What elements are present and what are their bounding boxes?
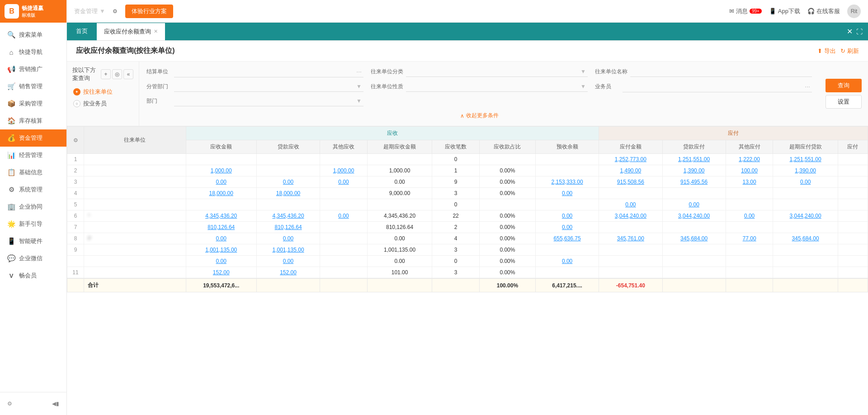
table-cell[interactable] bbox=[773, 267, 838, 279]
tab-ar-ap[interactable]: 应收应付余额查询 ✕ bbox=[97, 23, 165, 40]
table-cell[interactable] bbox=[662, 267, 726, 279]
table-cell[interactable]: 0.00 bbox=[535, 188, 599, 199]
table-cell[interactable]: 13.00 bbox=[726, 176, 773, 188]
table-cell[interactable]: 1,251,551.00 bbox=[662, 154, 726, 165]
table-cell[interactable]: 152.00 bbox=[256, 267, 320, 279]
table-cell[interactable]: 0.00 bbox=[535, 222, 599, 233]
tab-home[interactable]: 首页 bbox=[67, 23, 97, 41]
table-cell[interactable]: 0.00 bbox=[256, 256, 320, 267]
table-cell[interactable]: 0.00 bbox=[256, 176, 320, 188]
settlement-unit-input[interactable]: ··· bbox=[174, 66, 363, 77]
footer-ar-amount[interactable]: 19,553,472,6... bbox=[186, 278, 256, 292]
filter-target-btn[interactable]: ◎ bbox=[112, 69, 122, 79]
sidebar-settings[interactable]: ⚙ ◀▮ bbox=[0, 397, 66, 410]
table-cell[interactable] bbox=[535, 267, 599, 279]
table-cell[interactable]: 655,636.75 bbox=[535, 233, 599, 244]
sidebar-item-wechat[interactable]: 💬 企业微信 bbox=[0, 250, 66, 267]
messages-button[interactable]: ✉ 消息 99+ bbox=[729, 7, 762, 15]
table-cell[interactable] bbox=[320, 222, 368, 233]
table-cell[interactable]: 0.00 bbox=[773, 176, 838, 188]
table-cell[interactable] bbox=[726, 199, 773, 210]
table-cell[interactable]: 0.00 bbox=[599, 199, 662, 210]
table-cell[interactable] bbox=[320, 199, 368, 210]
table-cell[interactable]: 1,001,135.00 bbox=[256, 244, 320, 256]
query-mode-by-partner[interactable]: ✦ 按往来单位 bbox=[72, 86, 133, 98]
table-cell[interactable]: 1,001,135.00 bbox=[186, 244, 256, 256]
query-mode-by-staff[interactable]: ○ 按业务员 bbox=[72, 98, 133, 110]
table-cell[interactable] bbox=[535, 244, 599, 256]
table-cell[interactable] bbox=[773, 244, 838, 256]
sidebar-item-vip[interactable]: V 畅会员 bbox=[0, 267, 66, 284]
table-cell[interactable]: 4,345,436.20 bbox=[186, 210, 256, 222]
table-cell[interactable]: 1,490.00 bbox=[599, 165, 662, 176]
table-cell[interactable]: 0.00 bbox=[535, 256, 599, 267]
table-cell[interactable]: 3,044,240.00 bbox=[662, 210, 726, 222]
sidebar-item-enterprise[interactable]: 🏢 企业协同 bbox=[0, 198, 66, 215]
table-cell[interactable] bbox=[320, 188, 368, 199]
table-cell[interactable]: 100.00 bbox=[726, 165, 773, 176]
table-cell[interactable]: 810,126.64 bbox=[186, 222, 256, 233]
tab-close-window-icon[interactable]: ✕ bbox=[847, 27, 853, 36]
table-cell[interactable]: 1,000.00 bbox=[186, 165, 256, 176]
table-cell[interactable]: 0.00 bbox=[186, 256, 256, 267]
table-cell[interactable] bbox=[662, 222, 726, 233]
table-cell[interactable]: 0.00 bbox=[320, 210, 368, 222]
table-cell[interactable] bbox=[599, 256, 662, 267]
sidebar-item-hardware[interactable]: 📱 智能硬件 bbox=[0, 233, 66, 250]
online-service-button[interactable]: 🎧 在线客服 bbox=[807, 7, 840, 15]
table-cell[interactable] bbox=[320, 256, 368, 267]
table-cell[interactable]: 345,761.00 bbox=[599, 233, 662, 244]
table-cell[interactable] bbox=[320, 233, 368, 244]
table-cell[interactable]: 1,390.00 bbox=[773, 165, 838, 176]
table-cell[interactable]: 3,044,240.00 bbox=[599, 210, 662, 222]
sidebar-item-basic-info[interactable]: 📋 基础信息 bbox=[0, 164, 66, 181]
table-cell[interactable]: 2,153,333.00 bbox=[535, 176, 599, 188]
table-cell[interactable]: 4,345,436.20 bbox=[256, 210, 320, 222]
dept-manager-select[interactable]: ▼ bbox=[174, 81, 363, 92]
table-cell[interactable] bbox=[535, 165, 599, 176]
table-cell[interactable] bbox=[599, 267, 662, 279]
export-button[interactable]: ⬆ 导出 bbox=[817, 47, 836, 55]
table-cell[interactable] bbox=[662, 188, 726, 199]
table-cell[interactable] bbox=[535, 199, 599, 210]
table-cell[interactable] bbox=[726, 188, 773, 199]
sidebar-item-guide[interactable]: 🌟 新手引导 bbox=[0, 215, 66, 233]
tab-expand-icon[interactable]: ⛶ bbox=[856, 28, 863, 35]
table-cell[interactable]: 18,000.00 bbox=[256, 188, 320, 199]
table-cell[interactable]: 0.00 bbox=[186, 233, 256, 244]
filter-collapse-btn[interactable]: « bbox=[123, 69, 133, 79]
table-cell[interactable] bbox=[726, 222, 773, 233]
table-cell[interactable]: 0.00 bbox=[320, 176, 368, 188]
topbar-gear-button[interactable]: ⚙ bbox=[109, 5, 122, 18]
table-cell[interactable] bbox=[773, 256, 838, 267]
table-cell[interactable] bbox=[773, 199, 838, 210]
table-cell[interactable]: 1,000.00 bbox=[320, 165, 368, 176]
table-cell[interactable] bbox=[726, 256, 773, 267]
table-settings-icon[interactable]: ⚙ bbox=[71, 136, 80, 145]
refresh-button[interactable]: ↻ 刷新 bbox=[840, 47, 859, 55]
table-cell[interactable] bbox=[320, 154, 368, 165]
table-cell[interactable]: 18,000.00 bbox=[186, 188, 256, 199]
table-cell[interactable]: 810,126.64 bbox=[256, 222, 320, 233]
table-cell[interactable]: 1,390.00 bbox=[662, 165, 726, 176]
settings-button[interactable]: 设置 bbox=[826, 95, 862, 109]
collapse-more-button[interactable]: ∧ 收起更多条件 bbox=[146, 110, 812, 121]
table-cell[interactable]: 0.00 bbox=[535, 210, 599, 222]
sidebar-item-purchase[interactable]: 📦 采购管理 bbox=[0, 95, 66, 112]
sidebar-item-marketing[interactable]: 📢 营销推广 bbox=[0, 61, 66, 78]
table-container[interactable]: ⚙ 往来单位 应收 应付 应收金额 贷款应 bbox=[67, 126, 868, 415]
table-cell[interactable] bbox=[535, 154, 599, 165]
filter-add-btn[interactable]: + bbox=[101, 69, 111, 79]
table-cell[interactable] bbox=[726, 267, 773, 279]
table-cell[interactable] bbox=[773, 222, 838, 233]
dept-select[interactable]: ▼ bbox=[174, 96, 363, 106]
table-cell[interactable] bbox=[320, 267, 368, 279]
sidebar-item-system[interactable]: ⚙ 系统管理 bbox=[0, 181, 66, 198]
table-cell[interactable]: 915,495.56 bbox=[662, 176, 726, 188]
table-cell[interactable]: 77.00 bbox=[726, 233, 773, 244]
table-cell[interactable] bbox=[726, 244, 773, 256]
partner-nature-select[interactable]: ▼ bbox=[406, 81, 588, 92]
table-cell[interactable]: 1,222.00 bbox=[726, 154, 773, 165]
app-download-button[interactable]: 📱 App下载 bbox=[769, 7, 800, 15]
sidebar-item-operations[interactable]: 📊 经营管理 bbox=[0, 147, 66, 164]
